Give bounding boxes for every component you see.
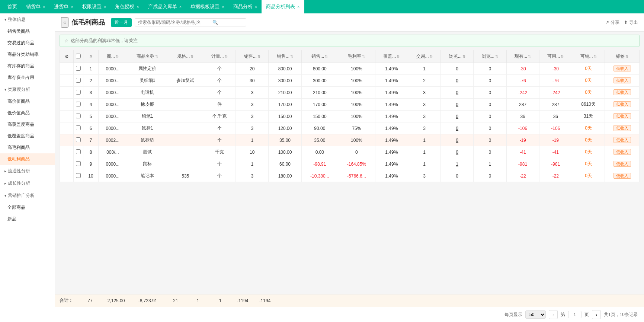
row-views1[interactable]: 1 bbox=[441, 158, 474, 170]
col-sales-price[interactable]: 销售...⇅ bbox=[269, 50, 301, 63]
export-button[interactable]: ⬆ 导出 bbox=[624, 19, 638, 26]
row-views1[interactable]: 0 bbox=[441, 134, 474, 146]
nav-goods-analysis[interactable]: 商品分析 × bbox=[229, 0, 262, 13]
row-checkbox[interactable] bbox=[76, 114, 81, 118]
share-button[interactable]: ↗ 分享 bbox=[605, 19, 619, 26]
row-views1[interactable]: 0 bbox=[441, 87, 474, 99]
nav-sales[interactable]: 销货单 × bbox=[22, 0, 49, 13]
col-checkbox[interactable] bbox=[74, 50, 83, 63]
row-sales-amount: 90.00 bbox=[301, 122, 338, 134]
select-all-checkbox[interactable] bbox=[76, 54, 81, 58]
row-checkbox[interactable] bbox=[76, 90, 81, 95]
row-views2: 0 bbox=[474, 87, 506, 99]
close-icon[interactable]: × bbox=[222, 4, 224, 9]
col-name[interactable]: 商品名称⇅ bbox=[127, 50, 168, 63]
row-views1[interactable]: 0 bbox=[441, 170, 474, 182]
sidebar-item-low-profit[interactable]: 低毛利商品 bbox=[0, 153, 55, 165]
row-checkbox[interactable] bbox=[76, 66, 81, 71]
page-size-select[interactable]: 50 100 200 bbox=[525, 310, 546, 319]
close-icon[interactable]: × bbox=[104, 4, 106, 9]
close-icon[interactable]: × bbox=[255, 4, 257, 9]
row-checkbox[interactable] bbox=[76, 102, 81, 106]
col-views2[interactable]: 浏览...⇅ bbox=[474, 50, 506, 63]
row-views1[interactable]: 0 bbox=[441, 99, 474, 111]
col-sales-amount[interactable]: 销售...⇅ bbox=[301, 50, 338, 63]
nav-goods-analysis-list[interactable]: 商品分析列表 × bbox=[262, 0, 304, 13]
nav-product-in[interactable]: 产成品入库单 × bbox=[144, 0, 186, 13]
row-checkbox[interactable] bbox=[76, 125, 81, 130]
nav-role[interactable]: 角色授权 × bbox=[110, 0, 143, 13]
row-views1[interactable]: 0 bbox=[441, 146, 474, 158]
row-checkbox[interactable] bbox=[76, 137, 81, 142]
sidebar-group-marketing[interactable]: ▾ 营销推广分析 bbox=[0, 189, 55, 202]
col-available[interactable]: 可用...⇅ bbox=[539, 50, 572, 63]
col-views1[interactable]: 浏览...⇅ bbox=[441, 50, 474, 63]
search-box: 🔍 bbox=[135, 18, 246, 26]
row-checkbox[interactable] bbox=[76, 78, 81, 83]
close-icon[interactable]: × bbox=[137, 4, 139, 9]
page-label-post: 页 bbox=[584, 312, 589, 318]
sidebar-item-traded-goods[interactable]: 交易过的商品 bbox=[0, 37, 55, 49]
nav-home[interactable]: 首页 bbox=[3, 0, 22, 13]
sidebar-item-all-goods[interactable]: 全部商品 bbox=[0, 202, 55, 213]
search-icon[interactable]: 🔍 bbox=[212, 20, 218, 25]
row-checkbox[interactable] bbox=[76, 149, 81, 154]
period-tag-button[interactable]: 近一月 bbox=[111, 18, 132, 27]
row-views1[interactable]: 0 bbox=[441, 63, 474, 75]
row-sales-price: 120.00 bbox=[269, 122, 301, 134]
close-icon[interactable]: × bbox=[179, 4, 182, 9]
close-icon[interactable]: × bbox=[297, 4, 299, 9]
col-transactions[interactable]: 交易...⇅ bbox=[408, 50, 440, 63]
row-views1[interactable]: 0 bbox=[441, 111, 474, 122]
col-tag[interactable]: 标签⇅ bbox=[605, 50, 640, 63]
row-saleable: 8610天 bbox=[572, 99, 605, 111]
search-input[interactable] bbox=[138, 20, 212, 25]
sidebar-item-stock-fund[interactable]: 库存资金占用 bbox=[0, 72, 55, 83]
pagination: 每页显示 50 100 200 ‹ 第 页 › 共1页，10条记录 bbox=[55, 307, 644, 322]
sidebar-item-category-rate[interactable]: 商品分类助销率 bbox=[0, 49, 55, 60]
sidebar-group-overall[interactable]: ▾ 整体信息 bbox=[0, 13, 55, 26]
sidebar-item-new-goods[interactable]: 新品 bbox=[0, 213, 55, 225]
prev-page-button[interactable]: ‹ bbox=[549, 310, 558, 319]
close-icon[interactable]: × bbox=[43, 4, 45, 9]
row-checkbox[interactable] bbox=[76, 173, 81, 178]
row-sales-qty: 30 bbox=[236, 75, 269, 87]
row-gross-rate: 100% bbox=[338, 99, 375, 111]
page-label-pre: 第 bbox=[561, 312, 565, 318]
sidebar-item-high-value[interactable]: 高价值商品 bbox=[0, 96, 55, 107]
nav-purchase[interactable]: 进货单 × bbox=[49, 0, 77, 13]
col-sales-qty[interactable]: 销售...⇅ bbox=[236, 50, 269, 63]
page-number-input[interactable] bbox=[568, 311, 581, 318]
row-gross-rate: 0 bbox=[338, 146, 375, 158]
row-checkbox[interactable] bbox=[76, 161, 81, 166]
sidebar-item-sales-goods[interactable]: 销售类商品 bbox=[0, 26, 55, 37]
row-views1[interactable]: 0 bbox=[441, 75, 474, 87]
sidebar-item-low-coverage[interactable]: 低覆盖度商品 bbox=[0, 130, 55, 142]
row-views1[interactable]: 0 bbox=[441, 122, 474, 134]
row-sales-price: 60.00 bbox=[269, 158, 301, 170]
col-coverage[interactable]: 覆盖...⇅ bbox=[375, 50, 408, 63]
next-page-button[interactable]: › bbox=[592, 310, 601, 319]
col-gross-rate[interactable]: 毛利率⇅ bbox=[338, 50, 375, 63]
col-spec[interactable]: 规格...⇅ bbox=[168, 50, 203, 63]
sidebar-group-cluster[interactable]: ▾ 类聚度分析 bbox=[0, 83, 55, 96]
sidebar-group-flow[interactable]: ▸ 流通性分析 bbox=[0, 165, 55, 177]
col-code[interactable]: 商...⇅ bbox=[98, 50, 127, 63]
col-unit[interactable]: 计量...⇅ bbox=[203, 50, 236, 63]
sidebar-item-in-stock[interactable]: 有库存的商品 bbox=[0, 60, 55, 72]
sidebar-group-growth[interactable]: ▸ 成长性分析 bbox=[0, 177, 55, 189]
col-saleable[interactable]: 可销...⇅ bbox=[572, 50, 605, 63]
sidebar-item-high-profit[interactable]: 高毛利商品 bbox=[0, 142, 55, 153]
sidebar-item-low-value[interactable]: 低价值商品 bbox=[0, 107, 55, 119]
nav-permission[interactable]: 权限设置 × bbox=[78, 0, 110, 13]
col-current-stock[interactable]: 现有...⇅ bbox=[506, 50, 539, 63]
row-settings bbox=[60, 170, 74, 182]
sidebar-item-high-coverage[interactable]: 高覆盖度商品 bbox=[0, 119, 55, 130]
sidebar-collapse-button[interactable]: « bbox=[61, 17, 68, 28]
row-name: 笔记本 bbox=[127, 170, 168, 182]
row-no: 6 bbox=[83, 122, 99, 134]
nav-template[interactable]: 单据模板设置 × bbox=[186, 0, 228, 13]
col-settings[interactable]: ⚙ bbox=[60, 50, 74, 63]
row-name: 铅笔1 bbox=[127, 111, 168, 122]
close-icon[interactable]: × bbox=[71, 4, 73, 9]
